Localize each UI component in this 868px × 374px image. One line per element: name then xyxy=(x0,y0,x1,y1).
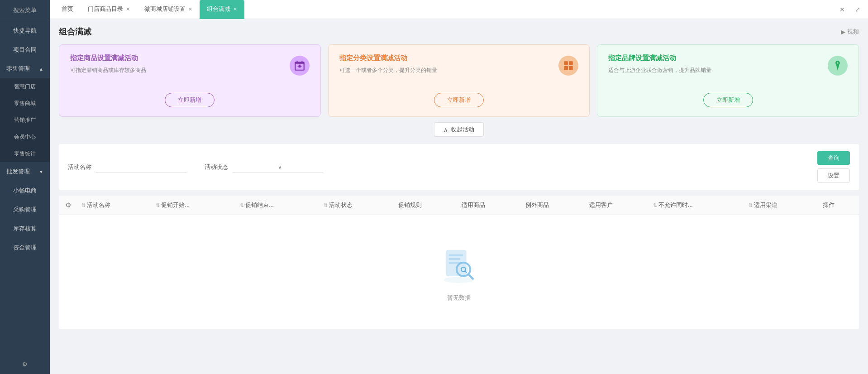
collapse-bar: ∧ 收起活动 xyxy=(59,122,859,137)
sidebar-item-label: 项目合同 xyxy=(13,46,37,54)
chevron-down-icon: ∨ xyxy=(278,164,323,170)
video-label: 视频 xyxy=(847,28,859,36)
tab-store-catalog-close[interactable]: ✕ xyxy=(126,0,130,19)
card-category-desc: 可选一个或者多个分类，提升分类的销量 xyxy=(339,66,579,75)
th-gear: ⚙ xyxy=(59,196,77,215)
th-not-allow-concurrent[interactable]: 不允许同时... xyxy=(649,196,744,215)
collapse-up-icon: ∧ xyxy=(444,126,448,133)
window-maximize-btn[interactable]: ⤢ xyxy=(852,4,863,15)
th-promo-rule: 促销规则 xyxy=(394,196,458,215)
tab-combo-discount[interactable]: 组合满减 ✕ xyxy=(200,0,244,19)
card-category-title: 指定分类设置满减活动 xyxy=(339,54,579,62)
svg-point-10 xyxy=(458,264,468,274)
sidebar-item-label: 零售统计 xyxy=(14,150,36,158)
th-applicable-goods: 适用商品 xyxy=(457,196,521,215)
sidebar-item-member-center[interactable]: 会员中心 xyxy=(0,129,50,145)
card-category-btn[interactable]: 立即新增 xyxy=(434,93,484,107)
svg-rect-6 xyxy=(449,254,463,256)
search-actions: 查询 设置 xyxy=(817,151,850,183)
sidebar: 搜索菜单 快捷导航 项目合同 零售管理 ▲ 智慧门店 零售商城 营销推广 会员中… xyxy=(0,0,50,374)
th-promo-start[interactable]: 促销开始... xyxy=(151,196,235,215)
th-applicable-customer: 适用客户 xyxy=(585,196,649,215)
th-except-goods: 例外商品 xyxy=(521,196,585,215)
activity-status-select[interactable]: ∨ xyxy=(233,162,323,173)
tab-wechat-store-settings-label: 微商城店铺设置 xyxy=(144,0,186,19)
sidebar-item-purchase-mgmt[interactable]: 采购管理 xyxy=(0,200,50,219)
activity-name-label: 活动名称 xyxy=(68,163,91,171)
settings-icon-btn[interactable]: ⚙ xyxy=(0,355,50,374)
svg-rect-2 xyxy=(564,66,568,70)
tab-home-label: 首页 xyxy=(62,0,73,19)
empty-illustration xyxy=(436,242,482,288)
sidebar-item-label: 智慧门店 xyxy=(14,83,36,91)
tab-combo-close[interactable]: ✕ xyxy=(233,0,237,19)
sidebar-search[interactable]: 搜索菜单 xyxy=(0,0,50,21)
sidebar-item-label: 会员中心 xyxy=(14,133,36,141)
activity-name-input[interactable] xyxy=(96,162,186,173)
sidebar-item-label: 采购管理 xyxy=(13,206,37,214)
sidebar-item-label: 零售商城 xyxy=(14,100,36,107)
tab-actions: ✕ ⤢ xyxy=(836,4,863,15)
sidebar-item-capital-mgmt[interactable]: 资金管理 xyxy=(0,238,50,257)
query-button[interactable]: 查询 xyxy=(817,151,850,165)
svg-rect-1 xyxy=(569,61,573,65)
page-header: 组合满减 ▶ 视频 xyxy=(59,26,859,37)
th-activity-name[interactable]: 活动名称 xyxy=(77,196,151,215)
card-product-desc: 可指定滞销商品或库存较多商品 xyxy=(70,66,310,75)
sidebar-item-project-contract[interactable]: 项目合同 xyxy=(0,40,50,59)
search-bar: 活动名称 活动状态 ∨ 查询 设置 xyxy=(59,144,859,190)
card-product-btn[interactable]: 立即新增 xyxy=(165,93,215,107)
sidebar-item-smart-store[interactable]: 智慧门店 xyxy=(0,78,50,95)
tab-wechat-store-settings[interactable]: 微商城店铺设置 ✕ xyxy=(137,0,200,19)
card-category-discount: 指定分类设置满减活动 可选一个或者多个分类，提升分类的销量 立即新增 xyxy=(328,44,590,117)
th-operation: 操作 xyxy=(818,196,859,215)
svg-point-4 xyxy=(444,277,474,283)
sidebar-item-inventory[interactable]: 库存核算 xyxy=(0,219,50,238)
sidebar-item-retail-mgmt[interactable]: 零售管理 ▲ xyxy=(0,59,50,78)
chevron-up-icon: ▲ xyxy=(39,67,43,72)
card-brand-discount: 指定品牌设置满减活动 适合与上游企业联合做营销，提升品牌销量 立即新增 xyxy=(597,44,859,117)
settings-button[interactable]: 设置 xyxy=(817,168,850,183)
sidebar-item-wholesale-mgmt[interactable]: 批发管理 ▼ xyxy=(0,162,50,181)
sidebar-item-marketing[interactable]: 营销推广 xyxy=(0,112,50,129)
svg-rect-0 xyxy=(564,61,568,65)
main-area: 首页 门店商品目录 ✕ 微商城店铺设置 ✕ 组合满减 ✕ ✕ ⤢ 组合满减 ▶ … xyxy=(50,0,868,374)
card-product-icon xyxy=(290,56,310,76)
tab-wechat-settings-close[interactable]: ✕ xyxy=(188,0,192,19)
table-gear-icon[interactable]: ⚙ xyxy=(65,201,71,209)
sidebar-sub-retail: 智慧门店 零售商城 营销推广 会员中心 零售统计 xyxy=(0,78,50,162)
sidebar-item-label: 小畅电商 xyxy=(13,187,37,195)
sidebar-item-label: 批发管理 xyxy=(6,168,30,176)
svg-rect-3 xyxy=(569,66,573,70)
sidebar-item-xiaochangec[interactable]: 小畅电商 xyxy=(0,181,50,200)
video-link[interactable]: ▶ 视频 xyxy=(841,28,859,36)
tab-bar: 首页 门店商品目录 ✕ 微商城店铺设置 ✕ 组合满减 ✕ ✕ ⤢ xyxy=(50,0,868,19)
th-promo-end[interactable]: 促销结束... xyxy=(235,196,320,215)
chevron-down-icon: ▼ xyxy=(39,169,43,174)
th-applicable-channel[interactable]: 适用渠道 xyxy=(744,196,818,215)
gear-icon: ⚙ xyxy=(22,361,28,368)
sidebar-item-label: 快捷导航 xyxy=(13,27,37,35)
window-close-btn[interactable]: ✕ xyxy=(836,4,848,15)
sidebar-item-retail-stats[interactable]: 零售统计 xyxy=(0,145,50,162)
sidebar-item-retail-mall[interactable]: 零售商城 xyxy=(0,95,50,112)
sidebar-item-label: 资金管理 xyxy=(13,244,37,252)
play-icon: ▶ xyxy=(841,29,845,35)
collapse-btn-label: 收起活动 xyxy=(451,125,474,134)
svg-rect-7 xyxy=(449,258,460,260)
card-brand-btn[interactable]: 立即新增 xyxy=(703,93,753,107)
tab-home[interactable]: 首页 xyxy=(54,0,81,19)
sidebar-item-quick-nav[interactable]: 快捷导航 xyxy=(0,21,50,40)
th-activity-status[interactable]: 活动状态 xyxy=(319,196,393,215)
sidebar-item-label: 零售管理 xyxy=(6,65,30,73)
tab-store-catalog[interactable]: 门店商品目录 ✕ xyxy=(81,0,137,19)
sidebar-item-label: 营销推广 xyxy=(14,116,36,124)
empty-state: 暂无数据 xyxy=(59,215,859,329)
page-content: 组合满减 ▶ 视频 指定商品设置满减活动 可指定滞销商品或库存较多商品 立即新增 xyxy=(50,19,868,374)
sidebar-item-label: 库存核算 xyxy=(13,225,37,233)
collapse-activities-btn[interactable]: ∧ 收起活动 xyxy=(434,122,484,137)
table-body: 暂无数据 xyxy=(59,215,859,330)
table-container: ⚙ 活动名称 促销开始... 促销结束... 活动状态 促销规则 适用商品 例外… xyxy=(59,196,859,329)
card-product-discount: 指定商品设置满减活动 可指定滞销商品或库存较多商品 立即新增 xyxy=(59,44,321,117)
card-brand-title: 指定品牌设置满减活动 xyxy=(608,54,848,62)
